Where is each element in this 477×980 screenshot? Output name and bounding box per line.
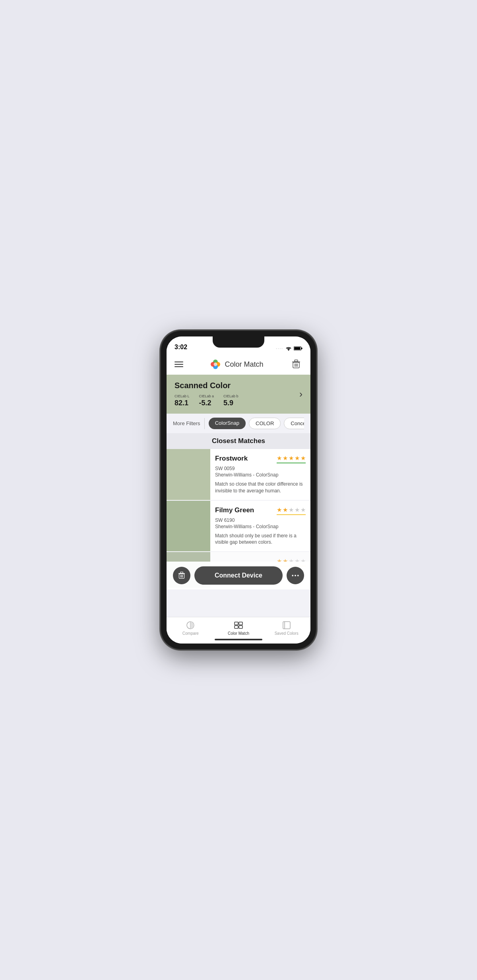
color-card-frostwork[interactable]: Frostwork ★ ★ ★ ★ ★ <box>167 449 310 500</box>
app-title: Color Match <box>225 360 263 369</box>
battery-icon <box>294 346 302 351</box>
overlay-trash-button[interactable] <box>173 567 190 584</box>
app-header: Color Match <box>167 354 310 375</box>
tab-color-match[interactable]: Color Match <box>215 620 263 636</box>
cielab-l: CIELab L 82.1 <box>175 394 190 407</box>
wifi-icon <box>285 346 292 351</box>
color-brand-filmy-green: Sherwin-Williams - ColorSnap <box>215 524 306 529</box>
scanned-title: Scanned Color <box>175 381 299 390</box>
cielab-row: CIELab L 82.1 CIELab a -5.2 CIELab b 5.9 <box>175 394 299 407</box>
phone-screen: 3:02 ···· <box>167 336 310 644</box>
star-3: ★ <box>289 455 294 462</box>
color-code-frostwork: SW 0059 <box>215 466 306 471</box>
compare-icon <box>186 620 195 630</box>
cielab-b-value: 5.9 <box>223 399 238 407</box>
saved-colors-icon <box>282 620 291 630</box>
filter-pill-colorsnap[interactable]: ColorSnap <box>209 418 246 429</box>
results-list[interactable]: Frostwork ★ ★ ★ ★ ★ <box>167 449 310 617</box>
connect-device-label: Connect Device <box>215 572 262 579</box>
section-title: Closest Matches <box>175 437 302 445</box>
svg-rect-28 <box>239 626 242 628</box>
app-content: Color Match Scanned Color <box>167 354 310 644</box>
connect-device-overlay: Connect Device <box>167 562 310 589</box>
stars-filmy-green: ★ ★ ★ ★ ★ <box>277 506 306 513</box>
dots-icon <box>292 574 299 577</box>
svg-point-20 <box>292 575 293 576</box>
cielab-b: CIELab b 5.9 <box>223 394 238 407</box>
tab-saved-colors[interactable]: Saved Colors <box>262 620 310 636</box>
star-2: ★ <box>283 506 288 513</box>
star-underline-filmy-green <box>277 514 306 515</box>
menu-button[interactable] <box>175 362 183 367</box>
svg-point-7 <box>214 363 217 366</box>
svg-rect-27 <box>235 626 238 628</box>
color-info-filmy-green: Filmy Green ★ ★ ★ ★ ★ <box>210 501 310 552</box>
status-icons: ···· <box>276 346 302 352</box>
svg-rect-25 <box>235 622 238 625</box>
star-4: ★ <box>295 455 300 462</box>
filter-bar: More Filters ColorSnap COLOR Concepts <box>167 414 310 433</box>
color-info-frostwork: Frostwork ★ ★ ★ ★ ★ <box>210 449 310 500</box>
filter-pills: ColorSnap COLOR Concepts <box>209 418 304 429</box>
svg-point-22 <box>297 575 299 576</box>
connect-device-button[interactable]: Connect Device <box>194 566 283 585</box>
cielab-a-label: CIELab a <box>199 394 214 398</box>
home-bar <box>215 639 262 640</box>
phone-frame: 3:02 ···· <box>161 331 316 649</box>
svg-rect-9 <box>295 360 298 362</box>
svg-rect-2 <box>294 347 300 350</box>
section-header: Closest Matches <box>167 433 310 449</box>
star-2: ★ <box>283 455 288 462</box>
color-desc-frostwork: Match so close that the color difference… <box>215 481 306 494</box>
star-1: ★ <box>277 506 282 513</box>
stars-frostwork: ★ ★ ★ ★ ★ <box>277 455 306 462</box>
color-name-frostwork: Frostwork <box>215 455 248 463</box>
delete-button[interactable] <box>290 358 302 371</box>
more-options-button[interactable] <box>287 567 304 584</box>
tab-compare[interactable]: Compare <box>167 620 215 636</box>
star-4: ★ <box>295 506 300 513</box>
tab-color-match-label: Color Match <box>228 631 249 636</box>
scanned-color-section: Scanned Color CIELab L 82.1 CIELab a -5.… <box>167 375 310 414</box>
tab-bar: Compare Color Match Sa <box>167 617 310 637</box>
cielab-b-label: CIELab b <box>223 394 238 398</box>
svg-rect-1 <box>301 348 302 349</box>
svg-rect-26 <box>239 622 242 625</box>
color-code-filmy-green: SW 6190 <box>215 517 306 523</box>
app-logo: Color Match <box>209 358 263 370</box>
logo-icon <box>209 358 221 370</box>
star-5: ★ <box>301 506 306 513</box>
svg-rect-15 <box>180 572 183 573</box>
color-card-filmy-green[interactable]: Filmy Green ★ ★ ★ ★ ★ <box>167 501 310 552</box>
more-filters-button[interactable]: More Filters <box>173 420 200 426</box>
status-time: 3:02 <box>175 344 187 352</box>
filter-pill-color[interactable]: COLOR <box>249 418 281 429</box>
svg-point-21 <box>295 575 296 576</box>
chevron-right-icon[interactable]: › <box>299 389 302 400</box>
overlay-trash-icon <box>178 572 185 579</box>
trash-icon <box>292 360 301 369</box>
scanned-info: Scanned Color CIELab L 82.1 CIELab a -5.… <box>175 381 299 407</box>
star-3: ★ <box>289 506 294 513</box>
filter-pill-concepts[interactable]: Concepts <box>284 418 304 429</box>
tab-saved-colors-label: Saved Colors <box>275 631 299 636</box>
star-1: ★ <box>277 455 282 462</box>
cielab-a-value: -5.2 <box>199 399 214 407</box>
colormatch-icon <box>234 620 243 630</box>
color-desc-filmy-green: Match should only be used if there is a … <box>215 533 306 546</box>
tab-compare-label: Compare <box>182 631 199 636</box>
color-swatch-frostwork <box>167 449 210 500</box>
connect-overlay-area: ★ ★ ★ ★ ★ SW 6204 Sher <box>167 552 310 589</box>
signal-icon: ···· <box>276 346 283 351</box>
phone-notch <box>213 336 264 348</box>
svg-rect-29 <box>283 622 290 629</box>
star-underline-frostwork <box>277 463 306 463</box>
home-indicator <box>167 637 310 644</box>
color-swatch-filmy-green <box>167 501 210 552</box>
star-5: ★ <box>301 455 306 462</box>
color-name-filmy-green: Filmy Green <box>215 506 254 514</box>
filter-divider <box>204 418 205 429</box>
cielab-l-label: CIELab L <box>175 394 190 398</box>
cielab-l-value: 82.1 <box>175 399 190 407</box>
cielab-a: CIELab a -5.2 <box>199 394 214 407</box>
